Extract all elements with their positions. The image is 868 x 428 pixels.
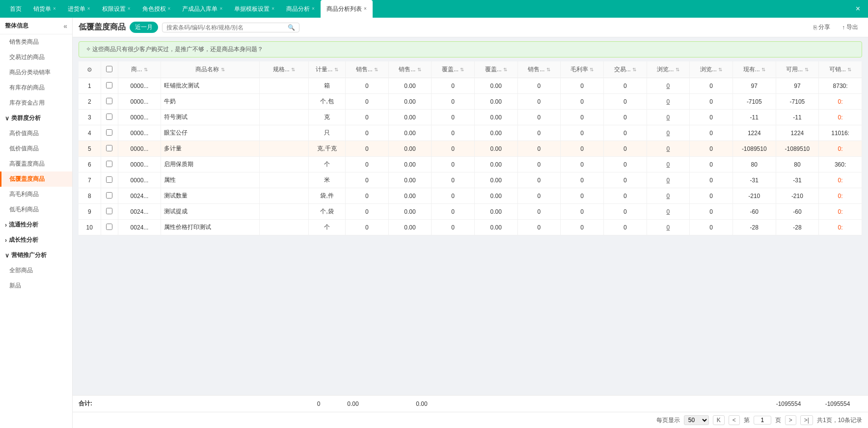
select-all-checkbox[interactable]: [106, 66, 112, 72]
col-header-sales1[interactable]: 销售... ⇅: [346, 61, 389, 78]
sidebar-item-high-value[interactable]: 高价值商品: [0, 126, 72, 141]
nav-product-analysis-list[interactable]: 商品分析列表 ×: [321, 0, 373, 18]
col-header-spec[interactable]: 规格... ⇅: [259, 61, 308, 78]
close-all-button[interactable]: ×: [852, 4, 864, 13]
row-checkbox[interactable]: [106, 161, 112, 167]
table-container[interactable]: ⚙ 商... ⇅ 商品名称 ⇅: [79, 61, 862, 395]
col-header-current[interactable]: 现有... ⇅: [732, 61, 776, 78]
cell-browse1[interactable]: 0: [647, 94, 690, 110]
row-checkbox[interactable]: [106, 176, 112, 183]
cell-check[interactable]: [101, 110, 118, 125]
cell-browse1[interactable]: 0: [647, 125, 690, 141]
cell-check[interactable]: [101, 204, 118, 220]
sidebar-group-growth[interactable]: › 成长性分析: [0, 232, 72, 248]
col-header-cover2[interactable]: 覆盖... ⇅: [474, 61, 517, 78]
cell-browse1[interactable]: 0: [647, 110, 690, 125]
close-icon[interactable]: ×: [168, 0, 171, 18]
sidebar-collapse-icon[interactable]: «: [63, 22, 67, 30]
col-header-browse2[interactable]: 浏览... ⇅: [690, 61, 733, 78]
sidebar-group-marketing[interactable]: ∨ 营销推广分析: [0, 248, 72, 263]
row-checkbox[interactable]: [106, 224, 112, 230]
first-page-button[interactable]: K: [713, 415, 725, 425]
close-icon[interactable]: ×: [219, 0, 222, 18]
cell-browse1[interactable]: 0: [647, 141, 690, 157]
col-header-sales2[interactable]: 销售... ⇅: [388, 61, 432, 78]
cell-browse1[interactable]: 0: [647, 204, 690, 220]
close-icon[interactable]: ×: [87, 0, 90, 18]
row-checkbox[interactable]: [106, 98, 112, 104]
col-header-check[interactable]: [101, 61, 118, 78]
cell-check[interactable]: [101, 188, 118, 204]
cell-browse1[interactable]: 0: [647, 188, 690, 204]
sidebar-item-sales-goods[interactable]: 销售类商品: [0, 34, 72, 50]
col-header-cover1[interactable]: 覆盖... ⇅: [432, 61, 475, 78]
col-header-trade[interactable]: 交易... ⇅: [603, 61, 647, 78]
sidebar-item-category-rate[interactable]: 商品分类动销率: [0, 65, 72, 80]
row-checkbox[interactable]: [106, 129, 112, 136]
last-page-button[interactable]: >|: [800, 415, 813, 425]
cell-check[interactable]: [101, 125, 118, 141]
cell-check[interactable]: [101, 141, 118, 157]
nav-template-settings[interactable]: 单据模板设置 ×: [228, 0, 280, 18]
sidebar-group-circulation[interactable]: › 流通性分析: [0, 217, 72, 232]
sidebar-item-low-coverage[interactable]: 低覆盖度商品: [0, 171, 72, 187]
col-header-code[interactable]: 商... ⇅: [118, 61, 161, 78]
cell-check[interactable]: [101, 172, 118, 188]
row-checkbox[interactable]: [106, 208, 112, 214]
search-input[interactable]: [166, 24, 286, 31]
next-page-button[interactable]: >: [785, 415, 796, 425]
sidebar-item-low-value[interactable]: 低价值商品: [0, 141, 72, 156]
row-checkbox[interactable]: [106, 82, 112, 88]
share-button[interactable]: ⎘ 分享: [810, 22, 834, 33]
sidebar-item-high-margin[interactable]: 高毛利商品: [0, 187, 72, 202]
close-icon[interactable]: ×: [53, 0, 56, 18]
close-icon[interactable]: ×: [312, 0, 315, 18]
close-icon[interactable]: ×: [271, 0, 274, 18]
nav-sales[interactable]: 销货单 ×: [27, 0, 62, 18]
time-filter-month[interactable]: 近一月: [130, 22, 158, 33]
cell-check[interactable]: [101, 78, 118, 94]
sidebar-item-inventory-capital[interactable]: 库存资金占用: [0, 95, 72, 111]
nav-product-inbound[interactable]: 产成品入库单 ×: [176, 0, 228, 18]
col-header-settings[interactable]: ⚙: [79, 61, 101, 78]
prev-page-button[interactable]: <: [729, 415, 740, 425]
per-page-select[interactable]: 50 100 200: [684, 415, 709, 425]
cell-browse1[interactable]: 0: [647, 157, 690, 172]
nav-permissions[interactable]: 权限设置 ×: [96, 0, 136, 18]
cell-trade: 0: [603, 94, 647, 110]
sidebar-item-low-margin[interactable]: 低毛利商品: [0, 202, 72, 217]
sidebar-item-stocked-goods[interactable]: 有库存的商品: [0, 80, 72, 95]
col-header-unit[interactable]: 计量... ⇅: [308, 61, 345, 78]
row-checkbox[interactable]: [106, 192, 112, 199]
close-icon[interactable]: ×: [364, 0, 367, 18]
cell-browse1[interactable]: 0: [647, 78, 690, 94]
sidebar-item-high-coverage[interactable]: 高覆盖度商品: [0, 156, 72, 171]
col-header-sellable[interactable]: 可销... ⇅: [819, 61, 862, 78]
export-button[interactable]: ↑ 导出: [838, 22, 862, 33]
cell-browse1[interactable]: 0: [647, 220, 690, 235]
sidebar-item-traded-goods[interactable]: 交易过的商品: [0, 50, 72, 65]
cell-check[interactable]: [101, 157, 118, 172]
sidebar-item-all-goods[interactable]: 全部商品: [0, 263, 72, 278]
close-icon[interactable]: ×: [128, 0, 131, 18]
nav-home[interactable]: 首页: [4, 0, 27, 18]
col-header-name[interactable]: 商品名称 ⇅: [161, 61, 259, 78]
page-number-input[interactable]: [754, 416, 771, 425]
col-header-sales3[interactable]: 销售... ⇅: [517, 61, 561, 78]
row-checkbox[interactable]: [106, 145, 112, 151]
cell-browse1[interactable]: 0: [647, 172, 690, 188]
cell-check[interactable]: [101, 220, 118, 235]
search-icon[interactable]: 🔍: [288, 24, 295, 31]
sidebar-item-new-goods[interactable]: 新品: [0, 278, 72, 293]
settings-icon[interactable]: ⚙: [87, 66, 92, 73]
nav-product-analysis[interactable]: 商品分析 ×: [280, 0, 321, 18]
cell-gross-rate: 0: [561, 220, 604, 235]
col-header-browse1[interactable]: 浏览... ⇅: [647, 61, 690, 78]
nav-roles[interactable]: 角色授权 ×: [136, 0, 177, 18]
sidebar-group-category-analysis[interactable]: ∨ 类群度分析: [0, 111, 72, 126]
nav-purchase[interactable]: 进货单 ×: [62, 0, 96, 18]
cell-check[interactable]: [101, 94, 118, 110]
col-header-available[interactable]: 可用... ⇅: [776, 61, 819, 78]
col-header-gross-rate[interactable]: 毛利率 ⇅: [561, 61, 604, 78]
row-checkbox[interactable]: [106, 114, 112, 120]
